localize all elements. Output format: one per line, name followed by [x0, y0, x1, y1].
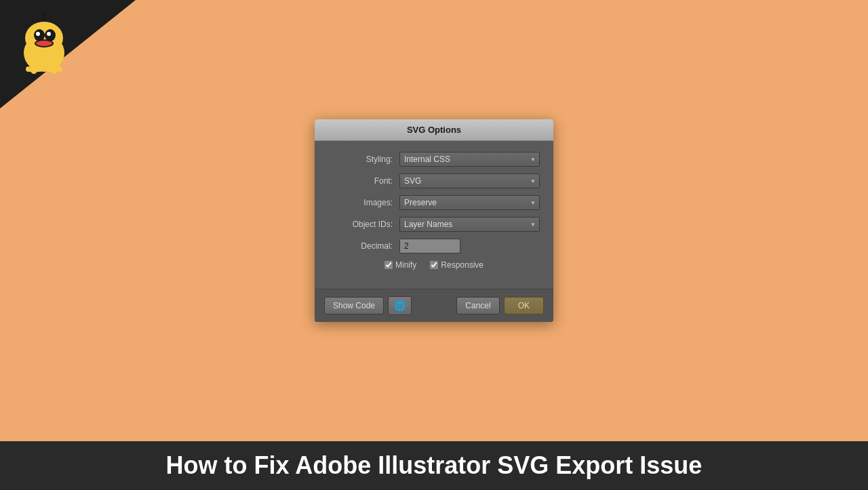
show-code-button[interactable]: Show Code	[324, 297, 384, 314]
dialog-footer: Show Code 🌐 Cancel OK	[315, 289, 553, 322]
images-label: Images:	[328, 198, 393, 207]
font-select[interactable]: SVG Convert to Outline None	[399, 173, 540, 188]
font-row: Font: SVG Convert to Outline None ▼	[328, 173, 540, 188]
styling-row: Styling: Internal CSS Inline Style Prese…	[328, 152, 540, 167]
dialog-title-text: SVG Options	[407, 125, 461, 135]
styling-select[interactable]: Internal CSS Inline Style Presentation A…	[399, 152, 540, 167]
dialog-body: Styling: Internal CSS Inline Style Prese…	[315, 141, 553, 289]
styling-select-wrapper: Internal CSS Inline Style Presentation A…	[399, 152, 540, 167]
decimal-input[interactable]	[399, 239, 460, 253]
globe-button[interactable]: 🌐	[388, 296, 412, 315]
minify-checkbox[interactable]	[384, 261, 393, 269]
svg-point-5	[47, 32, 51, 36]
images-row: Images: Preserve Embed Link ▼	[328, 195, 540, 210]
object-ids-select[interactable]: Layer Names Minimal Unique	[399, 217, 540, 232]
svg-point-17	[57, 66, 62, 72]
object-ids-select-wrapper: Layer Names Minimal Unique ▼	[399, 217, 540, 232]
font-select-wrapper: SVG Convert to Outline None ▼	[399, 173, 540, 188]
svg-options-dialog: SVG Options Styling: Internal CSS Inline…	[315, 119, 553, 322]
svg-point-9	[36, 41, 52, 46]
ok-button[interactable]: OK	[504, 297, 544, 314]
mascot-logo	[14, 14, 75, 75]
images-select-wrapper: Preserve Embed Link ▼	[399, 195, 540, 210]
font-label: Font:	[328, 176, 393, 186]
svg-point-7	[42, 14, 46, 18]
minify-checkbox-label[interactable]: Minify	[384, 260, 416, 270]
dialog-overlay: SVG Options Styling: Internal CSS Inline…	[0, 0, 868, 441]
svg-point-14	[37, 66, 42, 72]
svg-point-4	[36, 32, 40, 36]
dialog-title: SVG Options	[315, 119, 553, 141]
object-ids-row: Object IDs: Layer Names Minimal Unique ▼	[328, 217, 540, 232]
svg-point-12	[26, 66, 31, 72]
responsive-label-text: Responsive	[441, 260, 484, 270]
responsive-checkbox[interactable]	[430, 261, 438, 269]
styling-label: Styling:	[328, 155, 393, 164]
svg-point-16	[52, 68, 57, 74]
decimal-row: Decimal:	[328, 239, 540, 253]
decimal-label: Decimal:	[328, 241, 393, 251]
page-title: How to Fix Adobe Illustrator SVG Export …	[166, 451, 703, 480]
images-select[interactable]: Preserve Embed Link	[399, 195, 540, 210]
title-bar: How to Fix Adobe Illustrator SVG Export …	[0, 441, 868, 490]
svg-point-13	[31, 68, 37, 74]
checkbox-row: Minify Responsive	[328, 260, 540, 270]
svg-point-15	[46, 66, 52, 72]
minify-label-text: Minify	[395, 260, 416, 270]
cancel-button[interactable]: Cancel	[456, 297, 499, 314]
responsive-checkbox-label[interactable]: Responsive	[430, 260, 484, 270]
logo-container	[14, 14, 81, 81]
object-ids-label: Object IDs:	[328, 220, 393, 229]
